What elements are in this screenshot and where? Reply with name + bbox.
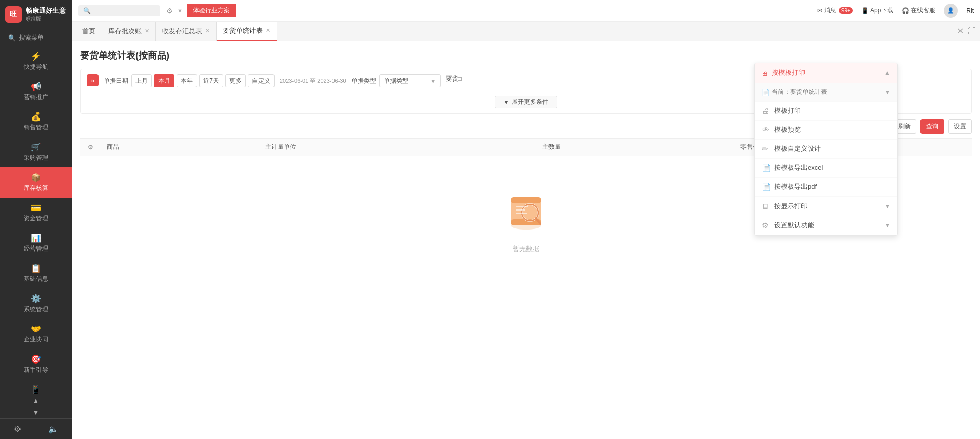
inventory-icon: 📦 bbox=[31, 173, 41, 182]
display-print-arrow: ▼ bbox=[885, 203, 890, 209]
template-excel-icon: 📄 bbox=[762, 164, 770, 172]
filter-date-group: 单据日期 上月 本月 本年 近7天 更多 自定义 2023-06-01 至 20… bbox=[104, 74, 346, 87]
set-default-label: 设置默认功能 bbox=[774, 221, 814, 230]
select-arrow-icon: ▼ bbox=[430, 78, 436, 85]
dropdown-header-left: 🖨 按模板打印 bbox=[762, 68, 805, 78]
date-range: 2023-06-01 至 2023-06-30 bbox=[280, 77, 346, 85]
table-settings-icon[interactable]: ⚙ bbox=[88, 144, 93, 151]
settings-btn[interactable]: 设置 bbox=[948, 119, 972, 134]
print-header-icon: 🖨 bbox=[762, 69, 769, 77]
dropdown-item-display-print[interactable]: 🖥 按显示打印 ▼ bbox=[755, 197, 897, 216]
col-qty: 主数量 bbox=[536, 139, 734, 156]
topbar-settings-arrow: ▼ bbox=[177, 8, 183, 14]
dropdown-header: 🖨 按模板打印 ▲ bbox=[755, 63, 897, 83]
order-type-select[interactable]: 单据类型 ▼ bbox=[379, 74, 441, 87]
col-settings[interactable]: ⚙ bbox=[80, 139, 101, 156]
sidebar-item-inventory[interactable]: 📦 库存核算 bbox=[0, 167, 72, 198]
sidebar-item-label: 企业协同 bbox=[24, 335, 48, 344]
sidebar-item-base-info[interactable]: 📋 基础信息 bbox=[0, 258, 72, 289]
template-preview-icon: 👁 bbox=[762, 126, 770, 134]
avatar[interactable]: 👤 bbox=[944, 4, 958, 18]
dropdown-item-template-pdf[interactable]: 📄 按模板导出pdf bbox=[755, 178, 897, 197]
settings-bottom-icon[interactable]: ⚙ bbox=[14, 424, 21, 434]
date-btn-custom[interactable]: 自定义 bbox=[248, 74, 275, 87]
template-pdf-icon: 📄 bbox=[762, 183, 770, 191]
query-btn[interactable]: 查询 bbox=[920, 119, 944, 134]
sidebar-item-collab[interactable]: 🤝 企业协同 bbox=[0, 319, 72, 349]
app-download-label: App下载 bbox=[870, 6, 893, 15]
sidebar-item-label: 系统管理 bbox=[24, 305, 48, 314]
date-btn-more[interactable]: 更多 bbox=[225, 74, 246, 87]
sidebar-search-label: 搜索菜单 bbox=[19, 33, 44, 42]
tab-receipt-summary[interactable]: 收发存汇总表 ✕ bbox=[156, 22, 217, 41]
tab-inventory-batch[interactable]: 库存批次账 ✕ bbox=[102, 22, 156, 41]
speaker-bottom-icon[interactable]: 🔈 bbox=[48, 424, 58, 434]
set-default-arrow: ▼ bbox=[885, 222, 890, 228]
sidebar-item-system[interactable]: ⚙️ 系统管理 bbox=[0, 289, 72, 319]
date-btn-this-month[interactable]: 本月 bbox=[154, 74, 174, 87]
sidebar-item-app-center[interactable]: 📱 应用中心 bbox=[0, 379, 72, 395]
trial-btn[interactable]: 体验行业方案 bbox=[187, 4, 236, 17]
sidebar-nav: ⚡ 快捷导航 📢 营销推广 💰 销售管理 🛒 采购管理 📦 库存核算 💳 资金管… bbox=[0, 46, 72, 395]
tab-close-inventory-batch[interactable]: ✕ bbox=[145, 28, 149, 34]
sidebar-item-quick-nav[interactable]: ⚡ 快捷导航 bbox=[0, 46, 72, 77]
display-print-label: 按显示打印 bbox=[774, 202, 808, 211]
dropdown-item-template-custom[interactable]: ✏ 模板自定义设计 bbox=[755, 140, 897, 159]
sidebar-item-label: 经营管理 bbox=[24, 244, 48, 253]
date-btn-this-year[interactable]: 本年 bbox=[177, 74, 197, 87]
sidebar-item-guide[interactable]: 🎯 新手引导 bbox=[0, 349, 72, 379]
dropdown-item-template-print[interactable]: 🖨 模板打印 bbox=[755, 102, 897, 121]
template-custom-icon: ✏ bbox=[762, 145, 770, 153]
sidebar-scroll-down[interactable]: ▼ bbox=[0, 407, 72, 418]
quick-nav-icon: ⚡ bbox=[31, 51, 41, 61]
sidebar: 旺 畅康通好生意 标准版 🔍 搜索菜单 ⚡ 快捷导航 📢 营销推广 💰 销售管理… bbox=[0, 0, 72, 439]
operations-icon: 📊 bbox=[31, 233, 41, 243]
dropdown-up-icon[interactable]: ▲ bbox=[884, 69, 890, 77]
dropdown-item-template-excel[interactable]: 📄 按模板导出excel bbox=[755, 159, 897, 178]
expand-chevron-icon: ▼ bbox=[503, 99, 509, 106]
online-service-btn[interactable]: 🎧 在线客服 bbox=[901, 6, 935, 15]
tab-close-receipt-summary[interactable]: ✕ bbox=[205, 28, 210, 34]
download-icon: 📱 bbox=[861, 7, 869, 14]
sidebar-item-sales[interactable]: 💰 销售管理 bbox=[0, 107, 72, 137]
refresh-label: 刷新 bbox=[898, 122, 911, 131]
date-btn-last-month[interactable]: 上月 bbox=[131, 74, 152, 87]
sidebar-item-marketing[interactable]: 📢 营销推广 bbox=[0, 77, 72, 107]
current-icon: 📄 bbox=[762, 89, 770, 96]
current-label: 当前：要货单统计表 bbox=[772, 88, 827, 97]
sidebar-item-label: 库存核算 bbox=[24, 184, 48, 193]
tab-close-order-stats[interactable]: ✕ bbox=[266, 27, 270, 34]
system-icon: ⚙️ bbox=[31, 294, 41, 303]
finance-icon: 💳 bbox=[31, 203, 41, 213]
date-btn-7days[interactable]: 近7天 bbox=[199, 74, 223, 87]
dropdown-item-set-default[interactable]: ⚙ 设置默认功能 ▼ bbox=[755, 216, 897, 235]
order-type-label: 单据类型 bbox=[351, 77, 376, 85]
dropdown-current-item[interactable]: 📄 当前：要货单统计表 ▼ bbox=[755, 83, 897, 102]
sidebar-item-label: 快捷导航 bbox=[24, 63, 48, 71]
topbar: 🔍 ⚙ ▼ 体验行业方案 ✉ 消息 99+ 📱 App下载 🎧 在线客服 👤 R… bbox=[72, 0, 980, 22]
sidebar-scroll-up[interactable]: ▲ bbox=[0, 395, 72, 407]
sidebar-bottom: ⚙ 🔈 bbox=[0, 418, 72, 439]
search-icon: 🔍 bbox=[83, 7, 91, 14]
topbar-search[interactable]: 🔍 bbox=[78, 5, 160, 16]
tab-home[interactable]: 首页 bbox=[76, 22, 102, 41]
sidebar-search[interactable]: 🔍 搜索菜单 bbox=[0, 29, 72, 46]
search-icon: 🔍 bbox=[8, 34, 16, 42]
print-dropdown-panel: 🖨 按模板打印 ▲ 📄 当前：要货单统计表 ▼ 🖨 模板打印 👁 bbox=[754, 63, 898, 236]
topbar-settings-icon[interactable]: ⚙ bbox=[166, 7, 173, 15]
sidebar-item-operations[interactable]: 📊 经营管理 bbox=[0, 228, 72, 258]
avatar-icon: 👤 bbox=[947, 7, 954, 14]
tab-order-stats[interactable]: 要货单统计表 ✕ bbox=[217, 22, 277, 41]
filter-expand-btn[interactable]: » bbox=[87, 74, 99, 86]
app-download-btn[interactable]: 📱 App下载 bbox=[861, 6, 893, 15]
sidebar-item-finance[interactable]: 💳 资金管理 bbox=[0, 198, 72, 228]
svg-rect-2 bbox=[511, 197, 541, 203]
expand-more-btn[interactable]: ▼ 展开更多条件 bbox=[495, 96, 557, 108]
tab-expand-icon[interactable]: ⛶ bbox=[968, 27, 976, 36]
set-default-icon: ⚙ bbox=[762, 221, 770, 230]
message-btn[interactable]: ✉ 消息 99+ bbox=[817, 6, 853, 15]
tab-close-all-icon[interactable]: ✕ bbox=[957, 26, 964, 36]
sidebar-item-purchase[interactable]: 🛒 采购管理 bbox=[0, 137, 72, 167]
template-excel-label: 按模板导出excel bbox=[774, 163, 823, 173]
dropdown-item-template-preview[interactable]: 👁 模板预览 bbox=[755, 121, 897, 140]
